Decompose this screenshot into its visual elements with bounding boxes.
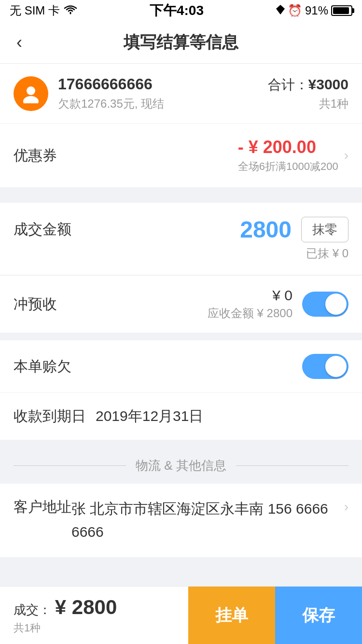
logistics-separator [0,440,362,448]
customer-left: 17666666666 欠款1276.35元, 现结 [14,75,164,112]
prepay-row: 冲预收 ¥ 0 应收金额 ¥ 2800 [14,287,348,321]
logistics-title: 物流 & 其他信息 [126,457,236,474]
status-bar: 无 SIM 卡 下午4:03 ⏰ 91% [0,0,362,21]
alarm-icon: ⏰ [288,4,302,17]
prepay-right: ¥ 0 应收金额 ¥ 2800 [208,287,348,321]
prepay-label: 冲预收 [14,294,57,314]
customer-right: 合计：¥3000 共1种 [268,76,348,112]
amount-value: 2800 [240,216,292,243]
debt-row: 本单赊欠 [14,354,348,379]
round-button[interactable]: 抹零 [301,217,348,242]
battery-percent: 91% [305,4,328,17]
amount-right: 2800 抹零 [240,216,348,243]
duedate-row: 收款到期日 2019年12月31日 [14,406,348,426]
duedate-label: 收款到期日 [14,406,86,426]
svg-point-1 [23,96,39,103]
prepay-section: 冲预收 ¥ 0 应收金额 ¥ 2800 [0,275,362,333]
coupon-label: 优惠券 [14,146,57,166]
address-value: 张 北京市市辖区海淀区永丰南 156 6666 6666 [71,497,338,544]
toggle-knob [325,294,347,315]
coupon-amount: - ¥ 200.00 [238,137,338,157]
carrier-label: 无 SIM 卡 [10,3,60,18]
prepay-sub: 应收金额 ¥ 2800 [208,306,292,321]
back-button[interactable]: ‹ [12,28,27,57]
bottom-amount: ¥ 2800 [55,596,117,618]
debt-label: 本单赊欠 [14,357,71,377]
bottom-summary: 成交： ¥ 2800 共1种 [0,596,188,635]
battery-icon [331,5,352,16]
svg-point-0 [27,86,35,95]
status-left: 无 SIM 卡 [10,3,77,18]
nav-bar: ‹ 填写结算等信息 [0,21,362,64]
bottom-count: 共1种 [14,621,175,635]
total-count: 共1种 [268,96,348,112]
coupon-right: - ¥ 200.00 全场6折满1000减200 › [238,137,348,174]
status-time: 下午4:03 [150,1,204,20]
prepay-amount-block: ¥ 0 应收金额 ¥ 2800 [208,287,292,321]
address-label: 客户地址 [14,497,71,517]
customer-row: 17666666666 欠款1276.35元, 现结 合计：¥3000 共1种 [0,64,362,123]
customer-phone: 17666666666 [58,75,164,93]
logistics-header: 物流 & 其他信息 [0,448,362,484]
gray-separator-1 [0,195,362,203]
status-right: ⏰ 91% [276,4,352,17]
amount-row: 成交金额 2800 抹零 [14,216,348,243]
avatar [14,76,48,111]
prepay-toggle[interactable] [302,292,348,317]
duedate-section: 收款到期日 2019年12月31日 [0,392,362,440]
amount-label: 成交金额 [14,220,71,239]
coupon-amount-block: - ¥ 200.00 全场6折满1000减200 [238,137,338,174]
total-label: 合计： [268,77,308,92]
amount-section: 成交金额 2800 抹零 已抹 ¥ 0 [0,203,362,275]
chevron-right-icon: › [344,148,348,163]
location-icon [276,4,285,17]
debt-toggle-knob [325,356,347,377]
coupon-row[interactable]: 优惠券 - ¥ 200.00 全场6折满1000减200 › [0,123,362,187]
address-section: 客户地址 张 北京市市辖区海淀区永丰南 156 6666 6666 › [0,484,362,557]
bottom-label-row: 成交： ¥ 2800 [14,596,175,619]
gray-separator-2 [0,333,362,340]
total-label-row: 合计：¥3000 [268,76,348,94]
duedate-value: 2019年12月31日 [96,406,203,426]
debt-section: 本单赊欠 [0,340,362,392]
content: 17666666666 欠款1276.35元, 现结 合计：¥3000 共1种 … [0,64,362,644]
bottom-bar: 成交： ¥ 2800 共1种 挂单 保存 [0,586,362,644]
coupon-desc: 全场6折满1000减200 [238,159,338,174]
bottom-label: 成交： [14,602,51,617]
amount-sub: 已抹 ¥ 0 [14,246,348,261]
customer-debt: 欠款1276.35元, 现结 [58,96,164,112]
customer-info: 17666666666 欠款1276.35元, 现结 [58,75,164,112]
prepay-amount: ¥ 0 [208,287,292,304]
save-button[interactable]: 保存 [275,587,362,644]
hold-button[interactable]: 挂单 [188,587,275,644]
wifi-icon [64,4,77,17]
total-amount: ¥3000 [308,76,348,92]
address-chevron-icon: › [344,499,348,515]
debt-toggle[interactable] [302,354,348,379]
page-title: 填写结算等信息 [124,31,238,54]
address-row[interactable]: 客户地址 张 北京市市辖区海淀区永丰南 156 6666 6666 › [14,497,348,544]
customer-section: 17666666666 欠款1276.35元, 现结 合计：¥3000 共1种 … [0,64,362,187]
